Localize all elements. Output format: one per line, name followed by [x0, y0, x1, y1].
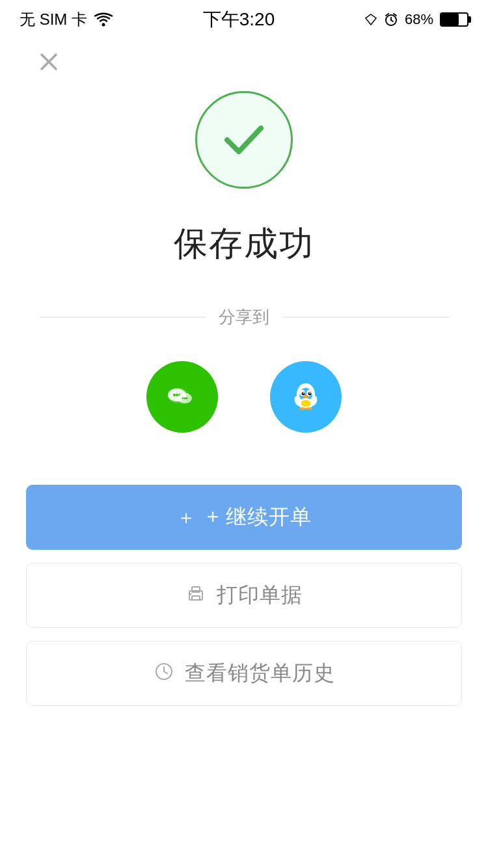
status-time: 下午3:20 — [203, 7, 275, 32]
print-label: 打印单据 — [217, 581, 303, 610]
plus-icon: ＋ — [176, 504, 197, 531]
status-left: 无 SIM 卡 — [20, 9, 113, 30]
continue-button[interactable]: ＋ + 继续开单 — [26, 485, 462, 550]
svg-point-8 — [176, 394, 178, 396]
wifi-icon — [94, 12, 113, 27]
share-label: 分享到 — [206, 306, 282, 329]
svg-point-20 — [303, 392, 304, 394]
svg-point-21 — [309, 392, 310, 394]
svg-point-0 — [102, 23, 105, 27]
svg-point-22 — [303, 395, 308, 398]
svg-rect-31 — [192, 596, 200, 600]
svg-point-7 — [173, 394, 176, 396]
status-bar: 无 SIM 卡 下午3:20 68% — [0, 0, 488, 39]
svg-point-12 — [183, 397, 185, 399]
svg-point-28 — [306, 407, 312, 410]
location-icon — [364, 13, 377, 26]
divider-line-left — [39, 317, 206, 318]
no-sim-text: 无 SIM 卡 — [20, 9, 87, 30]
close-button[interactable] — [33, 46, 65, 78]
history-label: 查看销货单历史 — [185, 659, 335, 688]
share-buttons-container — [146, 361, 342, 433]
status-right: 68% — [364, 11, 468, 28]
svg-point-24 — [301, 400, 311, 407]
share-wechat-button[interactable] — [146, 361, 218, 433]
success-title: 保存成功 — [174, 221, 314, 267]
action-buttons: ＋ + 继续开单 打印单据 查看销货单历 — [0, 485, 488, 706]
clock-icon — [154, 661, 174, 686]
check-icon — [218, 113, 270, 167]
continue-label: + 继续开单 — [207, 503, 312, 532]
share-divider: 分享到 — [0, 306, 488, 329]
print-button[interactable]: 打印单据 — [26, 563, 462, 628]
success-circle — [195, 91, 293, 189]
share-qq-button[interactable] — [270, 361, 342, 433]
main-content: 保存成功 分享到 — [0, 39, 488, 706]
battery-text: 68% — [405, 11, 433, 28]
battery-icon — [440, 12, 468, 27]
svg-point-32 — [190, 593, 192, 595]
divider-line-right — [282, 317, 449, 318]
alarm-icon — [384, 12, 398, 27]
svg-point-11 — [182, 397, 183, 399]
svg-point-13 — [185, 397, 187, 399]
history-button[interactable]: 查看销货单历史 — [26, 641, 462, 706]
print-icon — [185, 583, 206, 608]
svg-point-27 — [299, 407, 306, 410]
